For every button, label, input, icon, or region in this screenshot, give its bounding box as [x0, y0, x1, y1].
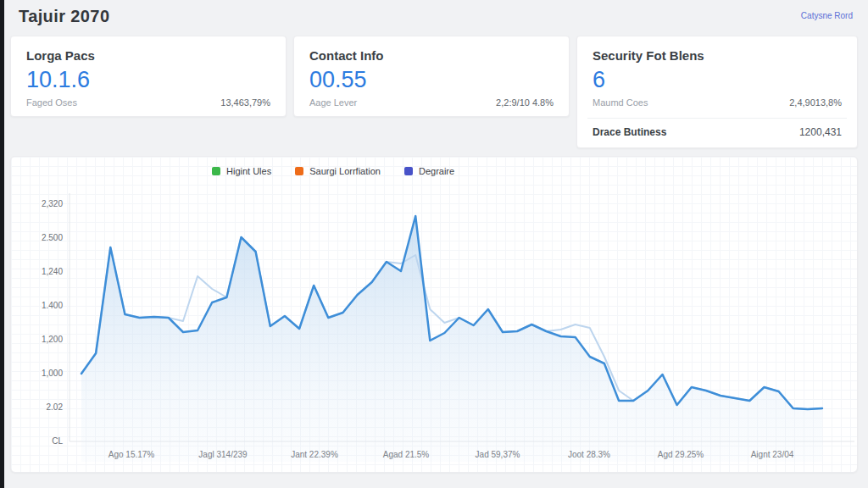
y-tick-label: 1,000 [25, 369, 63, 378]
card-extra-label: Drace Butiness [593, 126, 666, 138]
x-tick-label: Jagl 314/239 [176, 450, 270, 459]
card-sub-label: Aage Lever [309, 97, 357, 108]
legend-swatch-icon [212, 167, 220, 175]
y-tick-label: 2.500 [25, 233, 63, 242]
stat-card-security: Security Fot Blens 6 Maumd Coes 2,4,9013… [576, 36, 858, 148]
legend-swatch-icon [295, 167, 303, 175]
legend-swatch-icon [404, 167, 413, 175]
legend-item-1[interactable]: Saurgi Lorrfiation [295, 166, 381, 176]
card-value: 6 [593, 67, 605, 93]
header: Tajuir 2070 Catysne Rord [0, 0, 868, 34]
y-tick-label: 1.400 [25, 301, 63, 310]
x-tick-label: Agd 29.25% [634, 450, 727, 459]
card-sub-label: Maumd Coes [593, 97, 648, 108]
x-tick-label: Aignt 23/04 [726, 450, 819, 459]
y-tick-label: 2,320 [25, 199, 63, 208]
card-value: 10.1.6 [26, 67, 90, 93]
y-tick-label: CL [25, 436, 63, 446]
legend-item-2[interactable]: Degraire [404, 166, 454, 176]
card-sub-value: 2,4,9013,8% [789, 97, 842, 108]
x-tick-label: Agad 21.5% [359, 450, 453, 459]
card-value: 00.55 [309, 67, 367, 93]
legend-label: Saurgi Lorrfiation [309, 166, 381, 176]
card-title: Security Fot Blens [593, 48, 704, 63]
card-sub-label: Faged Oses [26, 97, 77, 108]
page-title: Tajuir 2070 [19, 7, 109, 26]
card-divider [587, 118, 847, 119]
card-sub-value: 13,463,79% [220, 97, 270, 108]
x-tick-label: Jant 22.39% [268, 450, 361, 459]
card-sub-value: 2,2:9/10 4.8% [496, 97, 554, 108]
stat-card-lorga-pacs: Lorga Pacs 10.1.6 Faged Oses 13,463,79% [10, 36, 287, 117]
legend-label: Degraire [419, 166, 454, 176]
chart-card [10, 156, 858, 473]
card-title: Contact Info [309, 48, 384, 63]
card-extra-value: 1200,431 [799, 126, 842, 138]
legend-label: Higint Ules [226, 166, 271, 176]
y-tick-label: 2.02 [25, 402, 63, 412]
x-tick-label: Joot 28.3% [542, 450, 636, 459]
header-link[interactable]: Catysne Rord [801, 11, 853, 20]
y-tick-label: 1,240 [25, 267, 63, 276]
x-tick-label: Jad 59,37% [451, 450, 544, 459]
x-tick-label: Ago 15.17% [85, 450, 178, 459]
y-tick-label: 1,200 [25, 335, 63, 344]
card-title: Lorga Pacs [26, 48, 95, 63]
legend-item-0[interactable]: Higint Ules [212, 166, 271, 176]
screen-edge-strip [0, 0, 4, 488]
chart-legend: Higint UlesSaurgi LorrfiationDegraire [212, 166, 454, 176]
stat-card-contact-info: Contact Info 00.55 Aage Lever 2,2:9/10 4… [293, 36, 570, 117]
